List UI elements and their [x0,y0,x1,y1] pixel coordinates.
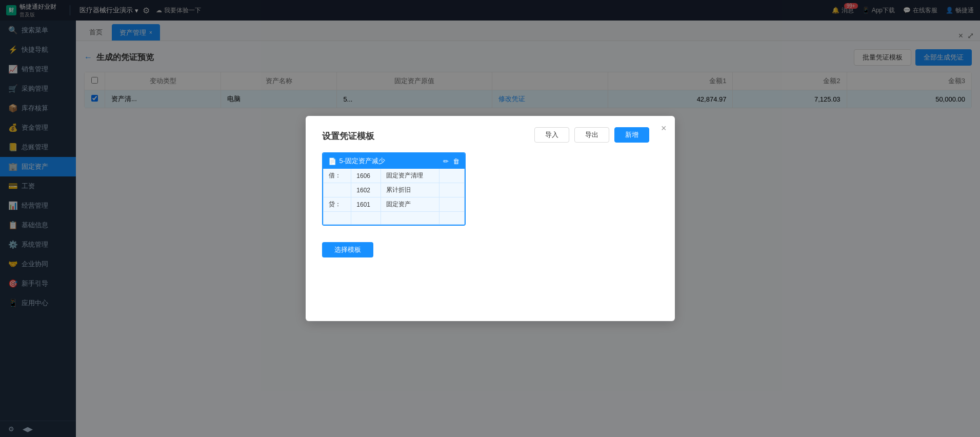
template-entry-row-empty [323,212,464,225]
template-card-header: 📄 5-固定资产减少 ✏ 🗑 [323,153,465,169]
entry-name-1: 固定资产清理 [381,169,439,183]
entry-name-2: 累计折旧 [381,183,439,197]
entry-extra-3 [439,197,464,212]
modal-overlay: × 设置凭证模板 导入 导出 新增 📄 [76,41,980,437]
entry-empty-1 [323,212,351,225]
page-content: ← 生成的凭证预览 批量凭证模板 全部生成凭证 变动类型 [76,41,980,437]
export-btn[interactable]: 导出 [574,127,609,143]
template-delete-icon[interactable]: 🗑 [453,157,459,165]
template-card-actions: ✏ 🗑 [443,157,459,165]
entry-name-3: 固定资产 [381,197,439,212]
modal-set-template: × 设置凭证模板 导入 导出 新增 📄 [306,116,675,321]
template-file-icon: 📄 [328,157,336,165]
modal-header-actions: 导入 导出 新增 [534,127,649,143]
entry-code-1: 1606 [351,169,381,183]
entry-empty-3 [381,212,439,225]
template-entry-row: 1602 累计折旧 [323,183,464,197]
entry-type-3: 贷： [323,197,351,212]
import-btn[interactable]: 导入 [534,127,569,143]
entry-empty-2 [351,212,381,225]
template-entry-row: 贷： 1601 固定资产 [323,197,464,212]
content-area: 首页 资产管理 × × ⤢ ← 生成的凭证预览 [76,21,980,437]
entry-extra-1 [439,169,464,183]
modal-close-btn[interactable]: × [661,123,667,134]
template-entry-row: 借： 1606 固定资产清理 [323,169,464,183]
entry-extra-2 [439,183,464,197]
template-card-body: 借： 1606 固定资产清理 1602 累计折旧 [323,169,465,225]
template-card: 📄 5-固定资产减少 ✏ 🗑 [322,152,466,226]
template-card-title: 5-固定资产减少 [339,156,386,166]
entry-type-1: 借： [323,169,351,183]
entry-type-2 [323,183,351,197]
entry-code-2: 1602 [351,183,381,197]
choose-template-btn[interactable]: 选择模板 [322,242,373,257]
template-entries-table: 借： 1606 固定资产清理 1602 累计折旧 [323,169,465,225]
template-edit-icon[interactable]: ✏ [443,157,449,165]
new-template-btn[interactable]: 新增 [614,127,649,143]
entry-code-3: 1601 [351,197,381,212]
entry-empty-4 [439,212,464,225]
choose-template-area: 选择模板 [322,234,658,257]
